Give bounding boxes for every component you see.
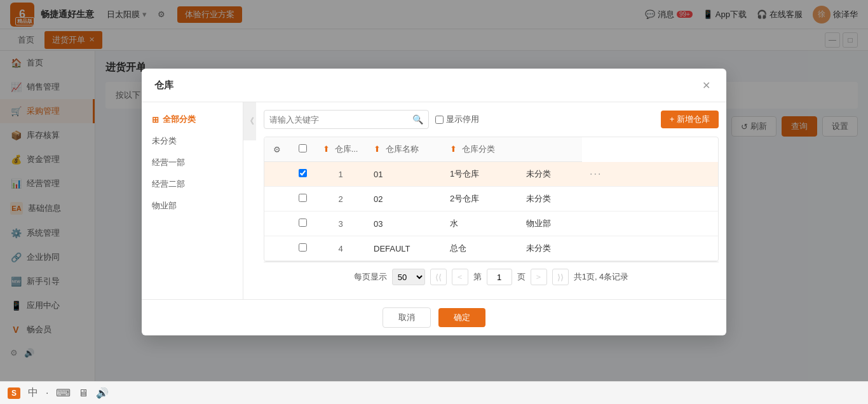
row-actions-0: ··· (582, 162, 718, 187)
bottom-dot-icon[interactable]: · (46, 387, 48, 399)
row-num-0: 1 (315, 162, 366, 187)
bottom-logo: S (8, 387, 20, 399)
prev-page-button[interactable]: ＜ (452, 269, 468, 285)
row-checkbox-3[interactable] (299, 243, 307, 252)
page-number-input[interactable] (487, 269, 512, 285)
sort-icon-name: ⬆ (374, 144, 381, 154)
row-category-3: 未分类 (519, 236, 582, 261)
row-actions-2 (582, 212, 718, 236)
row-gear-1 (264, 187, 290, 212)
per-page-select[interactable]: 102050100 (392, 269, 425, 285)
table-row: 2 02 2号仓库 未分类 (264, 187, 718, 212)
row-check-1 (290, 187, 315, 212)
cancel-button[interactable]: 取消 (383, 307, 431, 328)
search-input-wrapper: 🔍 (264, 110, 429, 129)
row-category-0: 未分类 (519, 162, 582, 187)
row-check-0 (290, 162, 315, 187)
col-header-actions (519, 137, 582, 162)
warehouse-table: ⚙ ⬆ 仓库... ⬆ 仓库名称 (264, 137, 719, 262)
category-property[interactable]: 物业部 (142, 195, 243, 217)
bottom-zh-icon[interactable]: 中 (28, 386, 38, 400)
show-disabled-checkbox-label[interactable]: 显示停用 (435, 114, 479, 125)
category-operations-1[interactable]: 经营一部 (142, 152, 243, 173)
modal-toolbar: 🔍 显示停用 + 新增仓库 (264, 110, 719, 129)
first-page-button[interactable]: ⟨⟨ (430, 269, 447, 285)
row-code-1: 02 (366, 187, 442, 212)
row-category-1: 未分类 (519, 187, 582, 212)
sort-icon: ⬆ (323, 144, 330, 154)
col-header-gear: ⚙ (264, 137, 290, 162)
row-name-2: 水 (442, 212, 519, 236)
modal-overlay: 仓库 ✕ ⊞ 全部分类 未分类 经营一部 经营二部 物业部 《 (0, 0, 868, 404)
category-sidebar: ⊞ 全部分类 未分类 经营一部 经营二部 物业部 (142, 102, 243, 299)
category-operations-2[interactable]: 经营二部 (142, 173, 243, 195)
modal-title: 仓库 (154, 79, 173, 91)
modal-actions: 取消 确定 (142, 299, 726, 335)
all-categories-header[interactable]: ⊞ 全部分类 (142, 109, 243, 130)
bottom-speaker-icon[interactable]: 🔊 (96, 387, 109, 399)
row-checkbox-1[interactable] (299, 194, 307, 202)
row-num-2: 3 (315, 212, 366, 236)
category-unclassified[interactable]: 未分类 (142, 130, 243, 152)
search-icon: 🔍 (412, 114, 423, 125)
row-checkbox-0[interactable] (299, 169, 307, 177)
row-name-0: 1号仓库 (442, 162, 519, 187)
row-checkbox-2[interactable] (299, 219, 307, 227)
row-category-2: 物业部 (519, 212, 582, 236)
select-all-checkbox[interactable] (299, 144, 307, 152)
search-input[interactable] (269, 115, 412, 125)
bottom-monitor-icon[interactable]: 🖥 (78, 387, 88, 399)
new-warehouse-button[interactable]: + 新增仓库 (661, 111, 719, 128)
row-num-1: 2 (315, 187, 366, 212)
row-check-3 (290, 236, 315, 261)
col-header-name[interactable]: ⬆ 仓库名称 (366, 137, 442, 162)
col-header-check (290, 137, 315, 162)
sort-icon-cat: ⬆ (450, 144, 457, 154)
confirm-button[interactable]: 确定 (438, 308, 485, 327)
row-name-3: 总仓 (442, 236, 519, 261)
pagination: 每页显示 102050100 ⟨⟨ ＜ 第 页 ＞ ⟩⟩ 共1页, 4条记录 (264, 262, 719, 292)
row-code-3: DEFAULT (366, 236, 442, 261)
row-check-2 (290, 212, 315, 236)
modal-body: ⊞ 全部分类 未分类 经营一部 经营二部 物业部 《 🔍 (142, 102, 726, 299)
table-header-row: ⚙ ⬆ 仓库... ⬆ 仓库名称 (264, 137, 718, 162)
col-header-code[interactable]: ⬆ 仓库... (315, 137, 366, 162)
modal-header: 仓库 ✕ (142, 69, 726, 102)
row-code-0: 01 (366, 162, 442, 187)
row-code-2: 03 (366, 212, 442, 236)
row-num-3: 4 (315, 236, 366, 261)
grid-icon: ⊞ (152, 115, 159, 125)
sidebar-collapse-toggle[interactable]: 《 (243, 102, 256, 140)
last-page-button[interactable]: ⟩⟩ (552, 269, 569, 285)
row-gear-2 (264, 212, 290, 236)
bottom-keyboard-icon[interactable]: ⌨ (56, 387, 71, 399)
show-disabled-checkbox[interactable] (435, 116, 444, 124)
row-gear-0 (264, 162, 290, 187)
modal-main-content: 🔍 显示停用 + 新增仓库 ⚙ (256, 102, 726, 299)
row-gear-3 (264, 236, 290, 261)
row-actions-1 (582, 187, 718, 212)
row-more-icon[interactable]: ··· (590, 168, 602, 179)
warehouse-modal: 仓库 ✕ ⊞ 全部分类 未分类 经营一部 经营二部 物业部 《 (142, 69, 726, 335)
bottom-bar: S 中 · ⌨ 🖥 🔊 (0, 381, 868, 404)
table-row: 3 03 水 物业部 (264, 212, 718, 236)
table-row: 1 01 1号仓库 未分类 ··· (264, 162, 718, 187)
row-actions-3 (582, 236, 718, 261)
col-header-category[interactable]: ⬆ 仓库分类 (442, 137, 519, 162)
row-name-1: 2号仓库 (442, 187, 519, 212)
modal-close-button[interactable]: ✕ (698, 77, 714, 93)
next-page-button[interactable]: ＞ (531, 269, 547, 285)
table-row: 4 DEFAULT 总仓 未分类 (264, 236, 718, 261)
